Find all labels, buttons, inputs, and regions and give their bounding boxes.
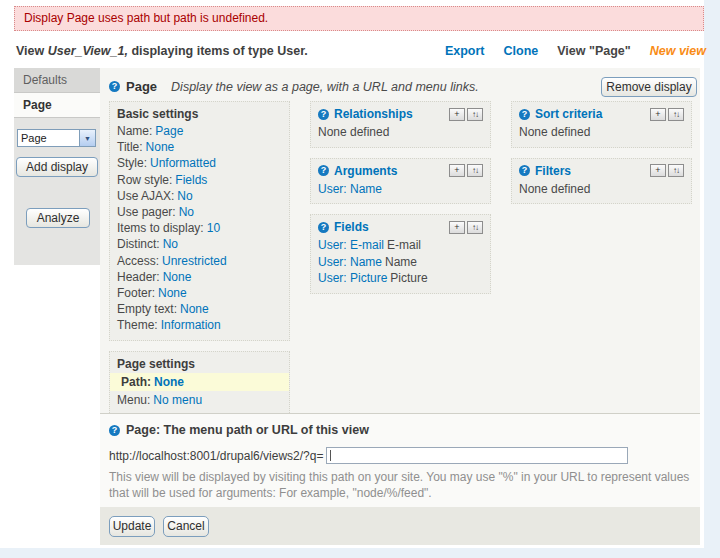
setting-row: Title:None (117, 139, 282, 155)
setting-label: Empty text: (117, 302, 177, 316)
analyze-button[interactable]: Analyze (26, 208, 90, 228)
page-settings-box: Page settings Path:None Menu:No menu (109, 351, 290, 417)
display-description: Display the view as a page, with a URL a… (171, 80, 479, 94)
setting-value-link[interactable]: None (146, 140, 175, 154)
setting-row: Use AJAX:No (117, 188, 282, 204)
field-link[interactable]: User: Name (318, 255, 382, 269)
arguments-panel: ? Arguments + ↑↓ User: Name (310, 158, 491, 205)
rearrange-icon[interactable]: ↑↓ (668, 164, 684, 177)
help-icon[interactable]: ? (519, 109, 530, 120)
column-right: ? Sort criteria + ↑↓ None defined ? Filt… (511, 101, 692, 427)
help-icon[interactable]: ? (519, 165, 530, 176)
view-page-link[interactable]: View "Page" (557, 44, 630, 58)
arguments-title-link[interactable]: Arguments (334, 163, 449, 179)
add-item-icon[interactable]: + (650, 108, 666, 121)
setting-row: Style:Unformatted (117, 155, 282, 171)
view-links: Export Clone View "Page" New view (445, 44, 706, 58)
tab-defaults[interactable]: Defaults (14, 68, 100, 93)
settings-columns: Basic settings Name:Page Title:None Styl… (109, 101, 692, 427)
menu-value-link[interactable]: No menu (153, 393, 202, 407)
view-title: View User_View_1, displaying items of ty… (16, 44, 308, 58)
setting-label: Footer: (117, 286, 155, 300)
error-text: Display Page uses path but path is undef… (24, 11, 268, 25)
add-item-icon[interactable]: + (449, 221, 465, 234)
add-item-icon[interactable]: + (449, 108, 465, 121)
setting-value-link[interactable]: No (163, 237, 178, 251)
field-link[interactable]: User: Picture (318, 271, 387, 285)
setting-value-link[interactable]: Fields (175, 173, 207, 187)
relationships-panel: ? Relationships + ↑↓ None defined (310, 101, 491, 148)
page-settings-title: Page settings (110, 352, 289, 373)
filters-title-link[interactable]: Filters (535, 163, 650, 179)
setting-value-link[interactable]: No (179, 205, 194, 219)
add-display-button[interactable]: Add display (16, 157, 98, 177)
new-view-link[interactable]: New view (650, 44, 706, 58)
setting-value-link[interactable]: 10 (207, 221, 220, 235)
field-item: User: E-mailE-mail (318, 237, 483, 254)
path-config-form: ? Page: The menu path or URL of this vie… (100, 413, 700, 545)
setting-row: Empty text:None (117, 301, 282, 317)
setting-label: Access: (117, 254, 159, 268)
fields-title-link[interactable]: Fields (334, 219, 449, 235)
views-ui-container: Defaults Page Page ▼ Add display Analyze… (14, 68, 700, 545)
path-input[interactable] (326, 447, 628, 464)
add-item-icon[interactable]: + (449, 164, 465, 177)
setting-value-link[interactable]: No (177, 189, 192, 203)
rearrange-icon[interactable]: ↑↓ (467, 221, 483, 234)
relationships-title-link[interactable]: Relationships (334, 106, 449, 122)
help-icon[interactable]: ? (318, 222, 329, 233)
page-edge-bottom (0, 548, 720, 558)
view-info-bar: View User_View_1, displaying items of ty… (16, 41, 706, 61)
setting-value-link[interactable]: Information (161, 318, 221, 332)
cancel-button[interactable]: Cancel (163, 516, 209, 537)
help-icon[interactable]: ? (318, 165, 329, 176)
export-link[interactable]: Export (445, 44, 485, 58)
basic-settings-box: Basic settings Name:Page Title:None Styl… (109, 101, 290, 341)
column-basic: Basic settings Name:Page Title:None Styl… (109, 101, 290, 427)
field-item: User: NameName (318, 254, 483, 271)
setting-label: Theme: (117, 318, 158, 332)
remove-display-button[interactable]: Remove display (601, 77, 697, 97)
setting-label: Title: (117, 140, 143, 154)
form-title: ? Page: The menu path or URL of this vie… (109, 423, 369, 437)
path-value-link[interactable]: None (154, 375, 184, 389)
column-middle: ? Relationships + ↑↓ None defined ? Argu… (310, 101, 491, 427)
field-label-suffix: E-mail (387, 238, 421, 252)
display-type-select[interactable]: Page ▼ (17, 129, 96, 147)
setting-label: Name: (117, 124, 152, 138)
argument-link[interactable]: User: Name (318, 182, 382, 196)
form-title-text: Page: The menu path or URL of this view (126, 423, 369, 437)
setting-label: Style: (117, 156, 147, 170)
setting-label: Row style: (117, 173, 172, 187)
path-input-row: http://localhost:8001/drupal6/views2/?q= (109, 447, 628, 464)
setting-value-link[interactable]: Page (155, 124, 183, 138)
update-button[interactable]: Update (109, 516, 155, 537)
clone-link[interactable]: Clone (504, 44, 539, 58)
sort-criteria-title-link[interactable]: Sort criteria (535, 106, 650, 122)
filters-panel: ? Filters + ↑↓ None defined (511, 158, 692, 205)
help-icon[interactable]: ? (109, 81, 120, 92)
setting-value-link[interactable]: None (163, 270, 192, 284)
rearrange-icon[interactable]: ↑↓ (467, 108, 483, 121)
page-edge-right (704, 0, 720, 558)
field-link[interactable]: User: E-mail (318, 238, 384, 252)
relationships-empty: None defined (318, 124, 483, 141)
rearrange-icon[interactable]: ↑↓ (668, 108, 684, 121)
menu-setting-row: Menu:No menu (110, 391, 289, 410)
setting-value-link[interactable]: Unformatted (150, 156, 216, 170)
tab-page[interactable]: Page (14, 93, 100, 118)
setting-row: Use pager:No (117, 204, 282, 220)
add-item-icon[interactable]: + (650, 164, 666, 177)
setting-label: Distinct: (117, 237, 160, 251)
help-icon[interactable]: ? (318, 109, 329, 120)
setting-value-link[interactable]: Unrestricted (162, 254, 227, 268)
setting-value-link[interactable]: None (180, 302, 209, 316)
display-header: ? Page Display the view as a page, with … (109, 79, 697, 99)
setting-label: Use pager: (117, 205, 176, 219)
sort-criteria-panel: ? Sort criteria + ↑↓ None defined (511, 101, 692, 148)
help-icon[interactable]: ? (109, 425, 120, 436)
rearrange-icon[interactable]: ↑↓ (467, 164, 483, 177)
views-admin-page: Display Page uses path but path is undef… (0, 0, 720, 558)
fields-panel: ? Fields + ↑↓ User: E-mailE-mail User: N… (310, 214, 491, 294)
setting-value-link[interactable]: None (158, 286, 187, 300)
